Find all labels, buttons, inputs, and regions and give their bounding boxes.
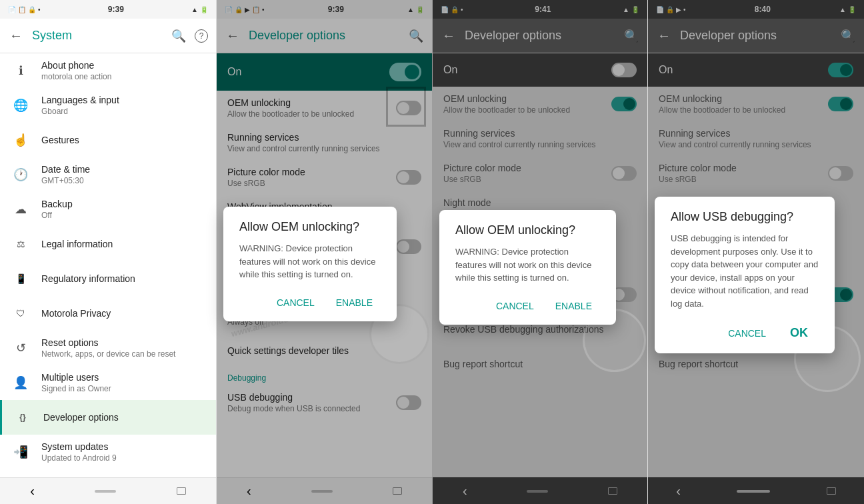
gestures-title: Gestures (41, 135, 79, 145)
toolbar-title-1: System (32, 29, 163, 43)
sidebar-item-datetime[interactable]: 🕐 Date & time GMT+05:30 (0, 157, 216, 192)
status-bar-1: 📄📋🔒• 9:39 ▲🔋 (0, 0, 216, 19)
legal-title: Legal information (41, 239, 113, 249)
nav-recents-1[interactable] (177, 487, 186, 495)
developer-panel-4: 📄🔒▶• 8:40 ▲🔋 ← Developer options 🔍 On OE (648, 0, 864, 504)
sidebar-item-languages[interactable]: 🌐 Languages & input Gboard (0, 88, 216, 123)
system-update-icon: 📲 (11, 442, 31, 462)
sidebar-list: ℹ About phone motorola one action 🌐 Lang… (0, 53, 216, 477)
users-icon: 👤 (11, 373, 31, 393)
dialog-overlay-4: Allow USB debugging? USB debugging is in… (648, 0, 864, 504)
globe-icon: 🌐 (11, 95, 31, 115)
dialog-overlay-3: Allow OEM unlocking? WARNING: Device pro… (433, 0, 647, 504)
status-time-1: 9:39 (108, 5, 124, 14)
gesture-icon: ☝ (11, 130, 31, 150)
about-phone-title: About phone (41, 60, 111, 71)
back-button-1[interactable]: ← (8, 28, 24, 44)
motorola-privacy-title: Motorola Privacy (41, 308, 111, 319)
developer-icon: {} (13, 407, 33, 427)
datetime-title: Date & time (41, 164, 90, 175)
privacy-icon: 🛡 (11, 303, 31, 323)
sidebar-item-gestures[interactable]: ☝ Gestures (0, 123, 216, 157)
dialog-cancel-3[interactable]: Cancel (488, 295, 542, 317)
dialog-enable-3[interactable]: Enable (547, 295, 600, 317)
dialog-title-3: Allow OEM unlocking? (455, 223, 600, 237)
developer-panel-3: 📄🔒• 9:41 ▲🔋 ← Developer options 🔍 On OEM (433, 0, 648, 504)
system-panel: 📄📋🔒• 9:39 ▲🔋 ← System 🔍 ? ℹ About phone … (0, 0, 217, 504)
usb-dialog-4: Allow USB debugging? USB debugging is in… (655, 197, 835, 353)
dialog-ok-4[interactable]: OK (779, 321, 819, 345)
status-icons-right: ▲🔋 (191, 6, 208, 13)
regulatory-icon: 📱 (11, 269, 31, 289)
oem-dialog-2: Allow OEM unlocking? WARNING: Device pro… (223, 207, 397, 321)
dialog-cancel-4[interactable]: Cancel (720, 321, 774, 345)
developer-title: Developer options (43, 412, 119, 423)
sidebar-item-users[interactable]: 👤 Multiple users Signed in as Owner (0, 365, 216, 400)
dialog-overlay-2: Allow OEM unlocking? WARNING: Device pro… (217, 0, 433, 504)
help-icon-1[interactable]: ? (195, 29, 208, 43)
system-updates-subtitle: Updated to Android 9 (41, 453, 117, 463)
languages-subtitle: Gboard (41, 107, 119, 116)
toolbar-1: ← System 🔍 ? (0, 19, 216, 53)
reset-title: Reset options (41, 337, 175, 348)
sidebar-item-system-updates[interactable]: 📲 System updates Updated to Android 9 (0, 435, 216, 469)
dialog-body-2: WARNING: Device protection features will… (239, 242, 381, 281)
dialog-title-2: Allow OEM unlocking? (239, 220, 381, 234)
sidebar-item-developer[interactable]: {} Developer options (0, 400, 216, 435)
dialog-cancel-2[interactable]: Cancel (269, 292, 323, 313)
sidebar-item-motorola-privacy[interactable]: 🛡 Motorola Privacy (0, 296, 216, 331)
info-icon: ℹ (11, 61, 31, 81)
dialog-actions-2: Cancel Enable (239, 292, 381, 313)
dialog-body-4: USB debugging is intended for developmen… (671, 232, 819, 310)
sidebar-item-about-phone[interactable]: ℹ About phone motorola one action (0, 53, 216, 88)
clock-icon: 🕐 (11, 165, 31, 185)
dialog-enable-2[interactable]: Enable (328, 292, 381, 313)
cloud-icon: ☁ (11, 199, 31, 219)
about-phone-subtitle: motorola one action (41, 72, 111, 81)
sidebar-item-backup[interactable]: ☁ Backup Off (0, 192, 216, 227)
system-updates-title: System updates (41, 441, 117, 452)
users-subtitle: Signed in as Owner (41, 384, 111, 393)
developer-panel-2: 📄🔒▶📋• 9:39 ▲🔋 ← Developer options 🔍 On (217, 0, 433, 504)
sidebar-item-legal[interactable]: ⚖ Legal information (0, 227, 216, 261)
oem-dialog-3: Allow OEM unlocking? WARNING: Device pro… (439, 210, 616, 325)
backup-title: Backup (41, 199, 73, 209)
home-indicator-1 (95, 490, 116, 493)
status-icons-left: 📄📋🔒• (8, 6, 41, 13)
languages-title: Languages & input (41, 95, 119, 105)
regulatory-title: Regulatory information (41, 273, 135, 284)
dialog-actions-3: Cancel Enable (455, 295, 600, 317)
sidebar-item-reset[interactable]: ↺ Reset options Network, apps, or device… (0, 331, 216, 365)
dialog-actions-4: Cancel OK (671, 321, 819, 345)
nav-back-1[interactable]: ‹ (30, 483, 35, 499)
users-title: Multiple users (41, 372, 111, 383)
toggle-highlight-2 (386, 87, 426, 127)
dialog-title-4: Allow USB debugging? (671, 210, 819, 224)
sidebar-item-regulatory[interactable]: 📱 Regulatory information (0, 261, 216, 296)
datetime-subtitle: GMT+05:30 (41, 176, 90, 185)
dialog-body-3: WARNING: Device protection features will… (455, 245, 600, 285)
search-icon-1[interactable]: 🔍 (171, 28, 187, 44)
legal-icon: ⚖ (11, 234, 31, 254)
reset-subtitle: Network, apps, or device can be reset (41, 349, 175, 359)
backup-subtitle: Off (41, 211, 73, 220)
reset-icon: ↺ (11, 338, 31, 358)
nav-bar-1: ‹ (0, 477, 216, 504)
